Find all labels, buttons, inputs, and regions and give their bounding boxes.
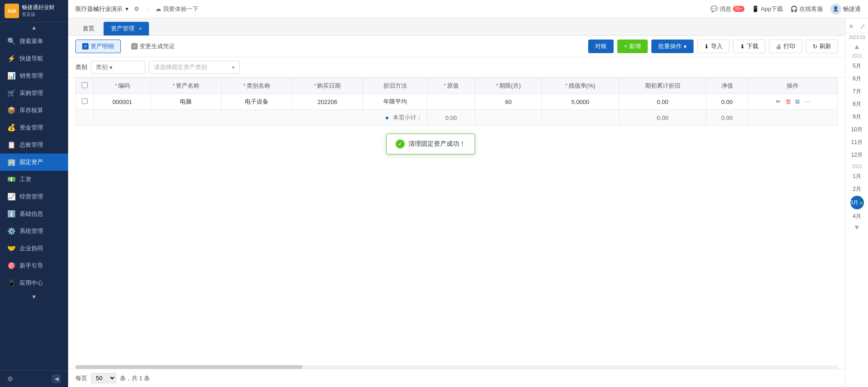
select-all-checkbox[interactable] [82,82,88,88]
scroll-up-arrow[interactable]: ▲ [0,22,68,33]
sidebar-item-purchase[interactable]: 🛒 采购管理 [0,84,68,102]
sidebar-item-inventory[interactable]: 📦 库存核算 [0,102,68,119]
sidebar-item-fixed-assets[interactable]: 🏢 固定资产 [0,154,68,171]
header-residual-rate: *残值率(%) [542,78,619,94]
tab-asset-management[interactable]: 资产管理 × [104,22,149,35]
app-edition: 普及版 [22,11,55,18]
row-depreciation-method: 年限平均 [363,94,427,110]
delete-icon[interactable]: 🗑 [785,98,791,105]
month-2022-10[interactable]: 10月 [849,124,865,135]
close-panel-icon[interactable]: ✕ [848,22,855,31]
month-2022-8[interactable]: 8月 [849,98,865,110]
subtotal-net: 0.00 [706,110,748,126]
month-2023-3[interactable]: 3月 [850,196,864,209]
sidebar-label-newbie: 新手引导 [20,262,43,270]
category-type-select[interactable]: 类别 ▾ [91,61,145,74]
edit-icon[interactable]: ✏ [776,98,781,105]
settings-icon[interactable]: ⚙ [134,5,139,12]
month-2023-4[interactable]: 4月 [849,210,865,222]
experience-text: 我要体验一下 [163,5,198,13]
sub-tab-voucher[interactable]: ≡ 变更生成凭证 [124,40,182,53]
new-btn[interactable]: + 新增 [617,40,648,53]
sidebar-item-ledger[interactable]: 📋 总账管理 [0,136,68,154]
month-2022-11[interactable]: 11月 [849,136,865,148]
sidebar-item-system[interactable]: ⚙️ 系统管理 [0,223,68,240]
batch-ops-btn[interactable]: 批量操作 ▾ [651,40,694,53]
app-download-btn[interactable]: 📱 App下载 [752,5,783,13]
settings-bottom-icon[interactable]: ⚙ [7,375,13,382]
category-value-select[interactable]: 请选择固定资产类别 ▾ [149,61,240,74]
download-btn[interactable]: ⬇ 下载 [733,40,765,53]
sidebar-item-sales[interactable]: 📊 销售管理 [0,67,68,84]
print-label: 打印 [784,42,795,50]
expand-panel-icon[interactable]: ⤢ [859,22,866,31]
reconcile-btn[interactable]: 对账 [588,40,614,53]
row-checkbox[interactable] [76,94,94,110]
scrollbar-thumb[interactable] [75,365,303,369]
more-icon[interactable]: ⋯ [804,98,810,105]
sidebar-item-operations[interactable]: 📈 经营管理 [0,188,68,205]
sidebar-item-cooperation[interactable]: 🤝 企业协同 [0,240,68,257]
sidebar-logo: AtA 畅捷通好业财 普及版 [0,0,68,22]
tab-home[interactable]: 首页 [75,22,102,35]
calendar-down-arrow[interactable]: ▼ [846,223,868,233]
customer-service-btn[interactable]: 🎧 在线客服 [790,5,823,13]
month-2022-5[interactable]: 5月 [849,60,865,72]
collapse-button[interactable]: ◀ [52,374,61,383]
app-name: 畅捷通好业财 [22,4,55,11]
sidebar-label-system: 系统管理 [20,227,43,235]
per-page-select[interactable]: 50 100 200 [91,373,116,383]
asset-tab-close[interactable]: × [139,26,142,31]
quicknav-icon: ⚡ [7,55,16,63]
logo-text-block: 畅捷通好业财 普及版 [22,4,55,18]
refresh-label: 刷新 [819,42,831,50]
asset-detail-tab-icon: ≡ [82,43,89,50]
sidebar-item-finance[interactable]: 💰 资金管理 [0,119,68,136]
experience-btn[interactable]: ☁ 我要体验一下 [155,5,198,13]
total-label: 条，共 1 条 [120,374,150,382]
header-name: *资产名称 [151,78,222,94]
batch-ops-label: 批量操作 [658,42,682,50]
sidebar-item-basic-info[interactable]: ℹ️ 基础信息 [0,205,68,223]
row-select-checkbox[interactable] [82,98,88,104]
cloud-icon: ☁ [155,5,161,12]
sidebar-item-quicknav[interactable]: ⚡ 快捷导航 [0,50,68,67]
logo-icon: AtA [5,4,19,18]
scroll-down-arrow[interactable]: ▼ [0,292,68,302]
refresh-btn[interactable]: ↻ 刷新 [806,40,838,53]
table-horizontal-scrollbar[interactable] [75,365,838,369]
month-2022-12[interactable]: 12月 [849,149,865,161]
year-2022-label: 2022 [852,54,862,59]
per-page-label: 每页 [75,374,87,382]
month-2022-6[interactable]: 6月 [849,73,865,84]
company-selector[interactable]: 医疗器械行业演示 ▾ [75,5,129,13]
month-2022-7[interactable]: 7月 [849,85,865,97]
sub-tab-asset-detail[interactable]: ≡ 资产明细 [75,40,121,53]
sub-tabs: ≡ 资产明细 ≡ 变更生成凭证 对账 + 新增 批量操作 ▾ [68,36,845,57]
sidebar-label-cooperation: 企业协同 [20,244,43,253]
sidebar-label-fixed-assets: 固定资产 [20,158,43,166]
message-btn[interactable]: 💬 消息 99+ [710,5,744,13]
month-2023-2[interactable]: 2月 [849,183,865,195]
sidebar-menu: ▲ 🔍 搜索菜单 ⚡ 快捷导航 📊 销售管理 🛒 采购管理 📦 库存核算 💰 资… [0,22,68,370]
calendar-up-arrow[interactable]: ▲ [846,42,868,52]
copy-icon[interactable]: ⧉ [795,98,799,105]
search-icon: 🔍 [7,37,16,45]
sidebar-item-salary[interactable]: 💵 工资 [0,171,68,188]
calendar-header: ✕ ⤢ [846,20,868,33]
month-2022-9[interactable]: 9月 [849,111,865,123]
print-btn[interactable]: 🖨 打印 [769,40,802,53]
pagination: 每页 50 100 200 条，共 1 条 [68,369,845,387]
sidebar-label-search: 搜索菜单 [20,37,43,45]
subtotal-residual [542,110,619,126]
calendar-year-label: 2023.03 [848,33,865,42]
sidebar-label-operations: 经营管理 [20,193,43,201]
import-btn[interactable]: ⬇ 导入 [697,40,729,53]
month-2023-1[interactable]: 1月 [849,170,865,182]
sidebar-item-search[interactable]: 🔍 搜索菜单 [0,33,68,50]
sidebar-item-newbie[interactable]: 🎯 新手引导 [0,257,68,274]
user-btn[interactable]: 👤 畅捷通 [830,4,861,15]
sidebar-item-app-center[interactable]: 📱 应用中心 [0,274,68,292]
header-period: *期限(月) [475,78,542,94]
asset-tab-label: 资产管理 [111,25,134,32]
